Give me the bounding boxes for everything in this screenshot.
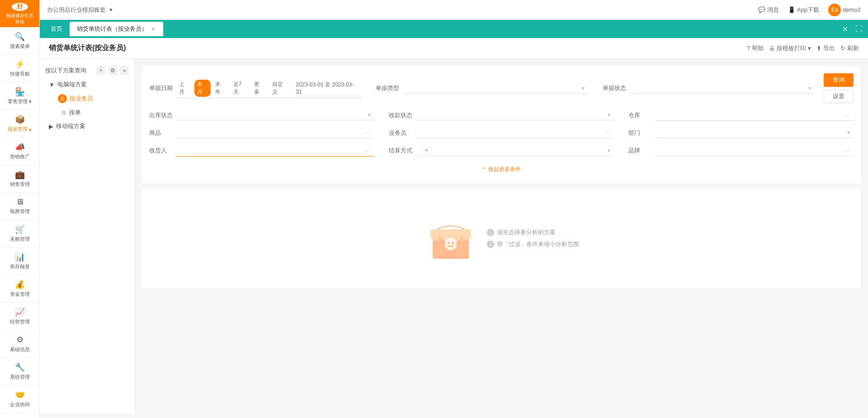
- sidebar-item-marketing[interactable]: 📣 营销推广: [0, 138, 39, 165]
- panel-add-btn[interactable]: +: [96, 66, 105, 75]
- outstatus-control[interactable]: ▾: [176, 110, 374, 120]
- brand-more-icon: ···: [843, 147, 850, 154]
- sidebar-item-inventory[interactable]: 📊 库存核算: [0, 247, 39, 275]
- tab-close-window-icon[interactable]: ✕: [840, 23, 850, 35]
- sidebar-label-finance: 资金管理: [10, 291, 30, 298]
- warehouse-label: 仓库: [628, 111, 656, 119]
- tab-close-icon[interactable]: ✕: [150, 25, 156, 33]
- filter-row-4: 收货人 ··· 结算方式 ✕: [149, 145, 854, 157]
- sidebar-label-enterprise: 企业协同: [10, 401, 30, 408]
- marketing-icon: 📣: [15, 142, 25, 152]
- header-breadcrumb: 办公用品行业模拟账套 ▾: [47, 6, 113, 14]
- tab-maximize-icon[interactable]: ⛶: [854, 23, 864, 35]
- salesperson-control[interactable]: ···: [416, 127, 614, 138]
- sidebar-label-wholesale: 批发管理 ▴: [8, 126, 32, 133]
- product-control[interactable]: ···: [176, 127, 374, 138]
- docstatus-control[interactable]: ▾: [630, 83, 815, 94]
- tab-bar-right: ✕ ⛶: [840, 23, 864, 35]
- filter-item-date: 单据日期 上月 本月 本年 近7天 更多 自定义 20: [149, 79, 361, 98]
- empty-state: 1 请先选择要分析的方案 2 用「过滤」条件来缩小分析范围: [142, 189, 861, 288]
- sidebar-item-newbie[interactable]: 🎓 新手引导: [0, 413, 39, 418]
- refresh-icon: ↻: [840, 45, 845, 52]
- breadcrumb-text: 办公用品行业模拟账套: [47, 6, 106, 14]
- filter-item-doctype: 单据类型 ▾: [376, 83, 588, 94]
- sidebar-item-wholesale[interactable]: 📦 批发管理 ▴: [0, 110, 39, 138]
- collapse-btn[interactable]: ⌃ 收起更多条件: [149, 163, 854, 176]
- date-tab-lastmonth[interactable]: 上月: [176, 80, 193, 97]
- payment-tag-close[interactable]: ✕: [425, 147, 429, 153]
- svg-point-4: [444, 238, 457, 250]
- tab-home[interactable]: 首页: [43, 22, 70, 36]
- department-dropdown-icon: ▾: [847, 129, 850, 136]
- panel-actions: + ⚙ «: [96, 66, 129, 75]
- filter-item-product: 商品 ···: [149, 127, 374, 138]
- product-label: 商品: [149, 129, 176, 137]
- date-tab-more[interactable]: 更多: [251, 80, 268, 97]
- sidebar-item-basic[interactable]: ⚙ 基础信息: [0, 330, 39, 358]
- payment-control[interactable]: ✕ ▾: [416, 145, 614, 157]
- app-download-label: App下载: [797, 6, 819, 14]
- hint-text-1: 请先选择要分析的方案: [497, 228, 556, 237]
- sidebar-item-shortcuts[interactable]: ⚡ 快捷导航: [0, 55, 39, 82]
- query-button[interactable]: 查询: [824, 73, 854, 87]
- help-btn[interactable]: ? 帮助: [747, 44, 764, 52]
- message-btn[interactable]: 💬 消息: [758, 6, 779, 14]
- sidebar-item-finance[interactable]: 💰 资金管理: [0, 275, 39, 303]
- retail-icon: 🏪: [15, 87, 25, 97]
- date-tab-custom[interactable]: 自定义: [269, 80, 291, 97]
- receiptstatus-control[interactable]: ▾: [416, 110, 614, 120]
- brand-control[interactable]: ···: [656, 145, 854, 157]
- app-icon: 📱: [788, 6, 795, 13]
- template-print-btn[interactable]: 🖨 按模板打印 ▾: [769, 44, 811, 52]
- filter-item-receiptstatus: 收款状态 ▾: [389, 110, 614, 120]
- top-header: 办公用品行业模拟账套 ▾ 💬 消息 📱 App下载 Ea demo2: [40, 0, 868, 20]
- tree-item-by-salesperson[interactable]: 业 按业务员: [40, 91, 134, 106]
- user-name: demo2: [843, 6, 861, 13]
- department-label: 部门: [628, 129, 656, 137]
- tree-group-mobile[interactable]: ▶ 移动端方案: [40, 119, 134, 133]
- tree-group-desktop-label: 电脑端方案: [57, 81, 87, 89]
- warehouse-control[interactable]: ···: [656, 109, 854, 121]
- panel-settings-btn[interactable]: ⚙: [108, 66, 117, 75]
- doctype-control[interactable]: ▾: [403, 83, 588, 94]
- consignee-control[interactable]: ···: [176, 145, 374, 157]
- app-download-btn[interactable]: 📱 App下载: [788, 6, 819, 14]
- date-tab-7days[interactable]: 近7天: [231, 80, 250, 97]
- warehouse-more-icon: ···: [843, 111, 850, 119]
- logo-text: 畅捷通好生意标版: [6, 13, 33, 24]
- tree-expand-icon: ▼: [49, 81, 55, 88]
- panel-collapse-btn[interactable]: «: [120, 66, 129, 75]
- refresh-btn[interactable]: ↻ 刷新: [840, 44, 859, 52]
- sidebar-item-retail[interactable]: 🏪 零售管理 ▾: [0, 82, 39, 110]
- date-tab-thisyear[interactable]: 本年: [212, 80, 229, 97]
- sidebar-item-operations[interactable]: 📈 经营管理: [0, 303, 39, 330]
- tree-group-desktop[interactable]: ▼ 电脑端方案: [40, 78, 134, 91]
- department-control[interactable]: ▾: [656, 128, 854, 138]
- breadcrumb-dropdown-icon[interactable]: ▾: [109, 6, 113, 13]
- salesperson-label: 业务员: [389, 129, 416, 137]
- left-panel: 按以下方案查询 + ⚙ « ▼ 电脑端方案 业: [40, 59, 135, 413]
- message-icon: 💬: [758, 6, 765, 13]
- tree-item-by-order[interactable]: 按 按单: [40, 106, 134, 119]
- docstatus-dropdown-icon: ▾: [808, 85, 811, 91]
- sidebar-item-search[interactable]: 🔍 搜索菜单: [0, 27, 39, 55]
- sidebar-item-system[interactable]: 🔧 系统管理: [0, 358, 39, 385]
- settings-button[interactable]: 设置: [824, 90, 854, 103]
- export-btn[interactable]: ⬆ 导出: [816, 44, 835, 52]
- user-profile[interactable]: Ea demo2: [828, 4, 861, 16]
- salesperson-badge: 业: [58, 94, 67, 103]
- product-more-icon: ···: [364, 129, 371, 136]
- sidebar-item-ecommerce[interactable]: 🖥 电商管理: [0, 193, 39, 220]
- page-title: 销货单统计表(按业务员): [49, 43, 126, 53]
- doctype-label: 单据类型: [376, 84, 403, 92]
- finance-icon: 💰: [15, 280, 25, 290]
- sidebar-item-sales[interactable]: 💼 销售管理: [0, 165, 39, 193]
- date-tab-thismonth[interactable]: 本月: [194, 80, 211, 97]
- hint-num-1: 1: [487, 229, 494, 236]
- refresh-label: 刷新: [847, 44, 859, 52]
- date-label: 单据日期: [149, 84, 176, 92]
- sidebar-item-purchase[interactable]: 🛒 采购管理: [0, 220, 39, 247]
- sidebar-item-enterprise[interactable]: 🤝 企业协同: [0, 385, 39, 413]
- help-label: 帮助: [752, 44, 764, 52]
- tab-sales-stat[interactable]: 销货单统计表（按业务员） ✕: [70, 22, 163, 36]
